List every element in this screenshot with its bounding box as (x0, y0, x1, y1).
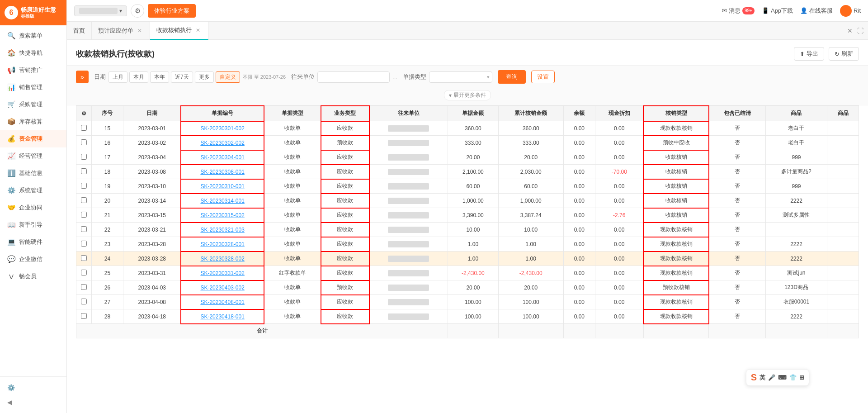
cell-checkbox[interactable] (76, 150, 92, 165)
user-avatar[interactable]: Rit (840, 5, 861, 17)
cell-partner: ██████ (369, 136, 448, 150)
bill-no-link[interactable]: SK-20230328-001 (200, 241, 244, 247)
query-button[interactable]: 查询 (498, 70, 526, 84)
bill-type-select[interactable] (429, 71, 492, 83)
cell-goods: 测试多属性 (765, 208, 827, 223)
sidebar-item-system[interactable]: ⚙️ 系统管理 (0, 182, 66, 199)
header-settings-btn[interactable]: ⚙ (131, 4, 144, 18)
bill-no-link[interactable]: SK-20230403-002 (200, 285, 244, 291)
cell-bill-no: SK-20230328-001 (181, 237, 264, 252)
cell-checkbox[interactable] (76, 237, 92, 252)
expand-more-button[interactable]: ▾ 展开更多条件 (444, 90, 491, 100)
bill-no-link[interactable]: SK-20230328-002 (200, 256, 244, 262)
message-action[interactable]: ✉ 消息 99+ (722, 7, 755, 15)
bill-no-link[interactable]: SK-20230315-002 (200, 212, 244, 218)
cell-checkbox[interactable] (76, 280, 92, 295)
sidebar-item-collab[interactable]: 🤝 企业协同 (0, 199, 66, 216)
bill-no-link[interactable]: SK-20230302-002 (200, 140, 244, 146)
cell-verify-type: 现款收款核销 (643, 223, 708, 237)
export-button[interactable]: ⬆ 导出 (794, 47, 824, 61)
cell-checkbox[interactable] (76, 223, 92, 237)
tab-home[interactable]: 首页 (67, 22, 92, 40)
bill-no-link[interactable]: SK-20230418-001 (200, 313, 244, 320)
cell-cumulative: 1,000.00 (498, 194, 563, 208)
sidebar-item-guide[interactable]: 📖 新手引导 (0, 216, 66, 233)
date-btn-more[interactable]: 更多 (195, 71, 214, 83)
sidebar-item-hardware[interactable]: 💻 智能硬件 (0, 233, 66, 251)
bill-no-link[interactable]: SK-20230408-001 (200, 299, 244, 305)
sidebar-item-purchase[interactable]: 🛒 采购管理 (0, 96, 66, 113)
bill-no-link[interactable]: SK-20230321-003 (200, 227, 244, 233)
sidebar-item-quicknav[interactable]: 🏠 快捷导航 (0, 44, 66, 62)
partner-filter-group: 往来单位 ... (291, 71, 397, 83)
cell-checkbox[interactable] (76, 208, 92, 223)
date-btn-custom[interactable]: 自定义 (216, 71, 240, 83)
tab-expand-btn[interactable]: ⛶ (857, 27, 863, 34)
sidebar-item-search[interactable]: 🔍 搜索菜单 (0, 27, 66, 44)
expand-more-icon: ▾ (449, 92, 452, 99)
sidebar-collapse[interactable]: ◀ (0, 395, 66, 409)
cell-partner: ██████ (369, 208, 448, 223)
table-row: 19 2023-03-10 SK-20230310-001 收款单 应收款 ██… (76, 179, 859, 194)
cell-cumulative: 360.00 (498, 121, 563, 136)
cell-checkbox[interactable] (76, 136, 92, 150)
sidebar-item-basic[interactable]: ℹ️ 基础信息 (0, 165, 66, 182)
cell-partner: ██████ (369, 266, 448, 280)
cell-bill-amount: 100.00 (448, 295, 498, 309)
cell-checkbox[interactable] (76, 121, 92, 136)
date-btn-this-year[interactable]: 本年 (150, 71, 169, 83)
sidebar-item-finance[interactable]: 💰 资金管理 (0, 130, 66, 147)
app-download-action[interactable]: 📱 App下载 (762, 7, 793, 15)
col-gear[interactable]: ⚙ (76, 106, 92, 121)
cell-goods: 测试jun (765, 266, 827, 280)
col-balance: 余额 (563, 106, 595, 121)
cell-checkbox[interactable] (76, 194, 92, 208)
date-btn-this-month[interactable]: 本月 (129, 71, 148, 83)
cell-balance: 0.00 (563, 280, 595, 295)
sidebar-settings[interactable]: ⚙️ (0, 380, 66, 395)
sidebar-item-sales[interactable]: 📊 销售管理 (0, 79, 66, 96)
sidebar-item-operations[interactable]: 📈 经营管理 (0, 147, 66, 165)
sidebar-logo: 6 畅康道好生意 标推版 (0, 0, 66, 25)
filter-settings-button[interactable]: 设置 (531, 71, 555, 83)
partner-blurred: ██████ (388, 183, 429, 190)
date-btn-7days[interactable]: 近7天 (171, 71, 193, 83)
company-selector[interactable]: ██████████ ▾ (74, 5, 127, 16)
cell-balance: 0.00 (563, 194, 595, 208)
cell-checkbox[interactable] (76, 165, 92, 179)
cell-checkbox[interactable] (76, 309, 92, 324)
sidebar-item-inventory[interactable]: 📦 库存核算 (0, 113, 66, 130)
sidebar-item-wechat[interactable]: 💬 企业微信 (0, 251, 66, 268)
refresh-button[interactable]: ↻ 刷新 (829, 47, 859, 61)
col-goods: 商品 (765, 106, 827, 121)
cell-cash-discount: 0.00 (595, 295, 643, 309)
tab-close-btn[interactable]: ✕ (847, 27, 853, 34)
cell-checkbox[interactable] (76, 266, 92, 280)
bill-no-link[interactable]: SK-20230301-002 (200, 125, 244, 132)
date-btn-last-month[interactable]: 上月 (108, 71, 127, 83)
sidebar-item-marketing[interactable]: 📢 营销推广 (0, 62, 66, 79)
cell-checkbox[interactable] (76, 252, 92, 266)
collapse-icon: ◀ (7, 399, 12, 406)
filter-toggle-button[interactable]: » (76, 71, 89, 83)
solution-button[interactable]: 体验行业方案 (148, 4, 196, 18)
partner-input[interactable] (317, 71, 390, 83)
col-date: 日期 (123, 106, 181, 121)
tab-prepay-close[interactable]: ✕ (136, 27, 143, 34)
cell-verify-type: 现款收款核销 (643, 252, 708, 266)
cell-biz-type: 应收款 (321, 295, 369, 309)
tab-prepay[interactable]: 预计应应付单 ✕ (92, 22, 150, 40)
bill-no-link[interactable]: SK-20230331-002 (200, 270, 244, 276)
sidebar-item-member[interactable]: V 畅会员 (0, 268, 66, 285)
bill-no-link[interactable]: SK-20230314-001 (200, 198, 244, 204)
cell-bill-no: SK-20230302-002 (181, 136, 264, 150)
bill-no-link[interactable]: SK-20230310-001 (200, 183, 244, 190)
cell-checkbox[interactable] (76, 179, 92, 194)
online-service-action[interactable]: 👤 在线客服 (800, 7, 833, 15)
partner-ellipsis[interactable]: ... (392, 74, 397, 81)
tab-collection[interactable]: 收款核销执行 ✕ (150, 22, 208, 40)
tab-collection-close[interactable]: ✕ (194, 27, 202, 34)
cell-checkbox[interactable] (76, 295, 92, 309)
bill-no-link[interactable]: SK-20230304-001 (200, 154, 244, 161)
bill-no-link[interactable]: SK-20230308-001 (200, 169, 244, 175)
